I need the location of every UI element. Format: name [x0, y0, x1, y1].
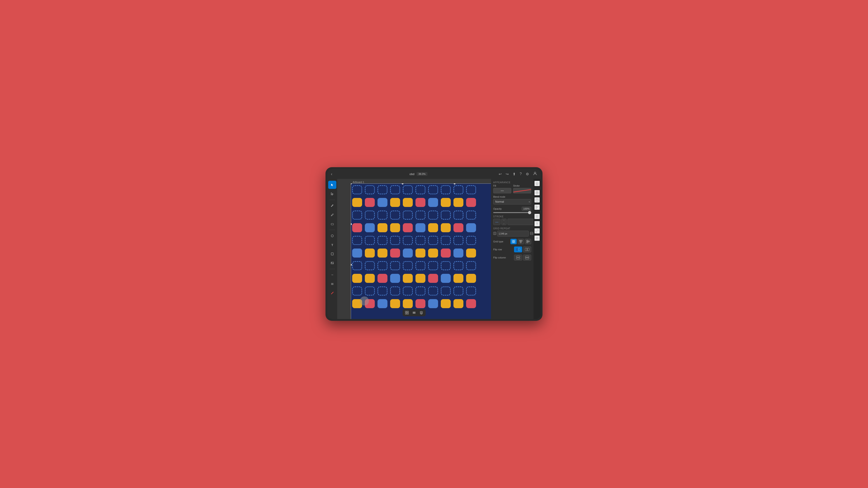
eraser-tool-button[interactable]: [328, 220, 336, 228]
image-tool-button[interactable]: [328, 259, 336, 267]
svg-rect-5: [331, 223, 333, 225]
flip-row-flip-button[interactable]: [523, 247, 531, 252]
flip-column-label: Flip column: [493, 256, 506, 259]
stroke-color-button[interactable]: [328, 289, 336, 297]
stroke-width-input[interactable]: [507, 219, 533, 225]
grid-type-buttons: [510, 239, 531, 244]
mini-tool-grid-button[interactable]: [403, 310, 410, 315]
shape-tool-button[interactable]: [328, 232, 336, 240]
stroke-line-preview: [513, 189, 531, 192]
blend-mode-label: Blend mode: [493, 196, 531, 198]
svg-rect-39: [525, 248, 527, 251]
opacity-slider-fill: [493, 212, 531, 213]
svg-line-4: [331, 215, 332, 216]
stroke-color-box[interactable]: [513, 188, 531, 193]
settings-button[interactable]: ⚙: [525, 171, 530, 177]
opacity-row: Opacity 100%: [493, 207, 531, 211]
mini-tool-list-button[interactable]: [411, 310, 417, 315]
grid-y-icon: [530, 232, 533, 236]
tool-separator-3: [330, 269, 335, 269]
svg-rect-33: [520, 242, 521, 243]
grid-type-grid-button[interactable]: [510, 239, 517, 244]
text-strip-button[interactable]: T: [534, 221, 540, 226]
undo-button[interactable]: ↩: [498, 171, 502, 177]
top-bar-right: ↩ ↪ ⬆ ? ⚙: [498, 170, 538, 177]
grid-y-group: [530, 231, 533, 236]
help-button[interactable]: ?: [519, 171, 523, 177]
cut-strip-button[interactable]: [534, 204, 540, 210]
layers-strip-button[interactable]: [534, 181, 540, 186]
flip-row-normal-button[interactable]: [514, 247, 522, 252]
opacity-value[interactable]: 100%: [522, 207, 531, 211]
flip-row-section: Flip row: [493, 247, 531, 252]
far-right-strip: T: [533, 179, 541, 319]
fill-label: Fill: [493, 185, 511, 187]
svg-rect-17: [407, 313, 408, 314]
stroke-controls-section: STROKE — - -: [493, 215, 531, 225]
mini-tool-layers-button[interactable]: [418, 310, 425, 315]
right-panel: APPEARANCE Fill — Stroke: [491, 179, 533, 319]
svg-rect-40: [527, 248, 529, 251]
grid-x-group: [493, 231, 529, 236]
grid-x-input[interactable]: [497, 231, 529, 236]
grid-type-brick-v-button[interactable]: [525, 239, 531, 244]
artboard[interactable]: [351, 184, 491, 319]
minus-tool-button[interactable]: −: [328, 271, 336, 279]
direct-select-tool-button[interactable]: [328, 190, 336, 198]
zoom-level[interactable]: 39.3%: [416, 172, 427, 176]
appearance-section: APPEARANCE Fill — Stroke: [493, 181, 531, 193]
fill-dash-icon: —: [501, 189, 504, 193]
crop-tool-button[interactable]: [328, 250, 336, 258]
redo-button[interactable]: ↪: [505, 171, 509, 177]
opacity-section: Opacity 100%: [493, 207, 531, 213]
blend-mode-select[interactable]: Normal Multiply Screen Overlay: [493, 199, 531, 204]
tablet-frame: ‹ obd 39.3% ↩ ↪ ⬆ ? ⚙: [326, 167, 542, 321]
svg-rect-21: [493, 232, 496, 235]
svg-rect-24: [530, 232, 533, 235]
share-button[interactable]: ⬆: [512, 171, 517, 177]
opacity-slider-thumb[interactable]: [528, 211, 531, 214]
svg-rect-27: [512, 240, 513, 241]
tablet-screen: ‹ obd 39.3% ↩ ↪ ⬆ ? ⚙: [327, 169, 541, 319]
tool-separator-1: [330, 200, 335, 200]
svg-rect-45: [525, 258, 529, 259]
svg-rect-32: [521, 240, 522, 241]
back-button[interactable]: ‹: [330, 171, 333, 177]
appearance-strip-button[interactable]: [534, 190, 540, 195]
svg-rect-34: [527, 240, 528, 241]
select-tool-button[interactable]: [328, 181, 336, 189]
account-button[interactable]: [532, 170, 538, 177]
align-tool-button[interactable]: [328, 280, 336, 288]
fill-color-box[interactable]: —: [493, 188, 511, 193]
flip-row-buttons: [514, 247, 531, 252]
link-strip-button[interactable]: [534, 228, 540, 234]
svg-rect-14: [405, 311, 407, 313]
pencil-tool-button[interactable]: [328, 211, 336, 219]
top-bar: ‹ obd 39.3% ↩ ↪ ⬆ ? ⚙: [327, 169, 541, 179]
svg-rect-31: [520, 240, 521, 241]
flip-column-normal-button[interactable]: [514, 255, 522, 260]
flip-column-flip-button[interactable]: [523, 255, 531, 260]
svg-rect-16: [405, 313, 407, 314]
appearance-label: APPEARANCE: [493, 181, 531, 184]
blend-mode-section: Blend mode Normal Multiply Screen Overla…: [493, 196, 531, 204]
canvas-area[interactable]: Artboard 1: [337, 179, 491, 319]
pen-tool-button[interactable]: [328, 202, 336, 210]
svg-rect-37: [516, 248, 518, 251]
svg-rect-35: [528, 241, 529, 242]
settings-strip-button[interactable]: [534, 235, 540, 241]
svg-rect-43: [516, 258, 520, 259]
stroke-dashed-button[interactable]: - -: [501, 219, 506, 225]
text-tool-button[interactable]: T: [328, 241, 336, 249]
grid-type-brick-h-button[interactable]: [518, 239, 524, 244]
opacity-slider-track[interactable]: [493, 212, 531, 213]
svg-rect-44: [525, 256, 529, 257]
text-strip-icon: T: [536, 222, 538, 225]
svg-marker-2: [331, 193, 333, 195]
flip-row-controls: Flip row: [493, 247, 531, 252]
stroke-item: Stroke: [513, 185, 531, 193]
stroke-solid-button[interactable]: —: [493, 219, 500, 225]
svg-point-0: [534, 172, 536, 174]
export-strip-button[interactable]: [534, 197, 540, 203]
align-strip-button[interactable]: [534, 214, 540, 219]
